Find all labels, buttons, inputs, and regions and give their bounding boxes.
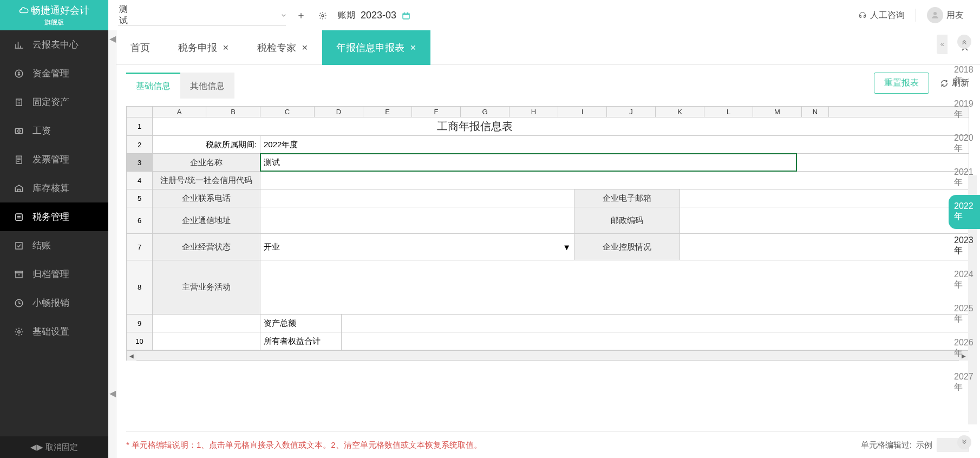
year-2022年[interactable]: 2022年 [949,195,980,229]
year-2023年[interactable]: 2023年 [949,229,980,263]
col-header-E[interactable]: E [363,107,412,117]
tab-1[interactable]: 税务申报✕ [164,30,243,65]
r4-value[interactable] [260,172,796,189]
r8-value[interactable] [260,260,796,314]
r9-blank[interactable] [153,315,260,332]
tab-0[interactable]: 首页 [116,30,164,65]
r3-label[interactable]: 企业名称 [153,154,260,171]
r10-blank[interactable] [153,332,260,350]
expense-icon [13,297,25,309]
sidebar-collapse[interactable]: ◀ ◀ [108,30,116,458]
scroll-left-icon[interactable]: ◀ [127,351,136,361]
sidebar-item-3[interactable]: 工资 [0,116,108,145]
sidebar-item-10[interactable]: 基础设置 [0,317,108,346]
r5-value-b[interactable] [680,189,796,207]
r5-label-a[interactable]: 企业联系电话 [153,189,260,207]
tab-2[interactable]: 税检专家✕ [243,30,322,65]
r6-value-b[interactable] [680,207,796,233]
r7-value-b[interactable] [680,234,796,260]
year-2026年[interactable]: 2026年 [949,331,980,365]
col-header-G[interactable]: G [461,107,509,117]
r9-label[interactable]: 资产总额 [260,315,342,332]
r7-value-a[interactable]: 开业 ▼ [260,234,574,260]
sub-tab-basic[interactable]: 基础信息 [126,73,180,99]
col-header-H[interactable]: H [509,107,558,117]
company-selector[interactable]: 测试 [118,4,286,26]
sidebar-item-2[interactable]: 固定资产 [0,88,108,116]
r6-label-b[interactable]: 邮政编码 [574,207,680,233]
r3-value[interactable]: 测试 [260,154,796,171]
tax-icon [13,211,25,223]
reset-button[interactable]: 重置报表 [874,73,929,94]
col-header-M[interactable]: M [753,107,802,117]
scroll-bottom-button[interactable] [957,435,971,449]
right-collapse-button[interactable] [937,35,948,54]
tab-close-icon[interactable]: ✕ [410,43,416,52]
year-2027年[interactable]: 2027年 [949,365,980,400]
row-headers: 1 2 3 4 5 6 7 8 9 10 [127,117,153,350]
col-header-N[interactable]: N [802,107,829,117]
row-header-1[interactable]: 1 [127,117,153,136]
sidebar-item-9[interactable]: 小畅报销 [0,289,108,317]
row-header-7[interactable]: 7 [127,234,153,260]
r9-value[interactable] [342,315,796,332]
col-header-C[interactable]: C [260,107,315,117]
sidebar-item-0[interactable]: 云报表中心 [0,30,108,59]
row-header-10[interactable]: 10 [127,332,153,350]
r7-label-a[interactable]: 企业经营状态 [153,234,260,260]
year-2021年[interactable]: 2021年 [949,161,980,195]
col-header-B[interactable]: B [206,107,260,117]
r4-label[interactable]: 注册号/统一社会信用代码 [153,172,260,189]
horizontal-scrollbar[interactable]: ◀ ▶ [127,350,969,360]
sheet-title-cell[interactable]: 工商年报信息表 [153,117,797,135]
row-header-4[interactable]: 4 [127,172,153,189]
r6-label-a[interactable]: 企业通信地址 [153,207,260,233]
sidebar-item-1[interactable]: 资金管理 [0,59,108,88]
sidebar-unpin[interactable]: ◀▶ 取消固定 [0,436,108,458]
year-2019年[interactable]: 2019年 [949,93,980,127]
gear-icon [318,11,327,20]
r7-label-b[interactable]: 企业控股情况 [574,234,680,260]
row-header-6[interactable]: 6 [127,207,153,234]
col-header-A[interactable]: A [153,107,206,117]
r5-label-b[interactable]: 企业电子邮箱 [574,189,680,207]
tab-close-icon[interactable]: ✕ [302,43,308,52]
year-2025年[interactable]: 2025年 [949,297,980,331]
r2-label[interactable]: 税款所属期间: [153,136,260,153]
tab-3[interactable]: 年报信息申报表✕ [322,30,430,65]
row-header-3[interactable]: 3 [127,154,153,172]
calendar-icon[interactable] [402,10,410,20]
year-2020年[interactable]: 2020年 [949,127,980,161]
sidebar-item-label: 归档管理 [32,268,69,280]
r6-value-a[interactable] [260,207,574,233]
sidebar-item-4[interactable]: 发票管理 [0,145,108,174]
r10-label[interactable]: 所有者权益合计 [260,332,342,350]
user-section[interactable]: 用友 [927,7,964,23]
row-header-9[interactable]: 9 [127,315,153,332]
scroll-top-button[interactable] [957,35,971,49]
settings-button[interactable] [318,10,327,20]
row-header-2[interactable]: 2 [127,136,153,154]
r8-label[interactable]: 主营业务活动 [153,260,260,314]
sidebar-item-6[interactable]: 税务管理 [0,202,108,231]
col-header-K[interactable]: K [656,107,704,117]
col-header-L[interactable]: L [704,107,753,117]
r10-value[interactable] [342,332,796,350]
sub-tab-other[interactable]: 其他信息 [180,73,234,99]
col-header-J[interactable]: J [607,107,656,117]
sidebar-item-8[interactable]: 归档管理 [0,260,108,289]
r5-value-a[interactable] [260,189,574,207]
consult-button[interactable]: 人工咨询 [858,10,905,21]
year-2018年[interactable]: 2018年 [949,58,980,93]
sidebar-item-7[interactable]: 结账 [0,231,108,260]
col-header-F[interactable]: F [412,107,461,117]
row-header-5[interactable]: 5 [127,189,153,207]
add-button[interactable] [297,10,305,20]
tab-close-icon[interactable]: ✕ [223,43,229,52]
col-header-D[interactable]: D [315,107,363,117]
row-header-8[interactable]: 8 [127,260,153,315]
col-header-I[interactable]: I [558,107,607,117]
year-2024年[interactable]: 2024年 [949,263,980,297]
r2-value[interactable]: 2022年度 [260,136,796,153]
sidebar-item-5[interactable]: 库存核算 [0,174,108,202]
